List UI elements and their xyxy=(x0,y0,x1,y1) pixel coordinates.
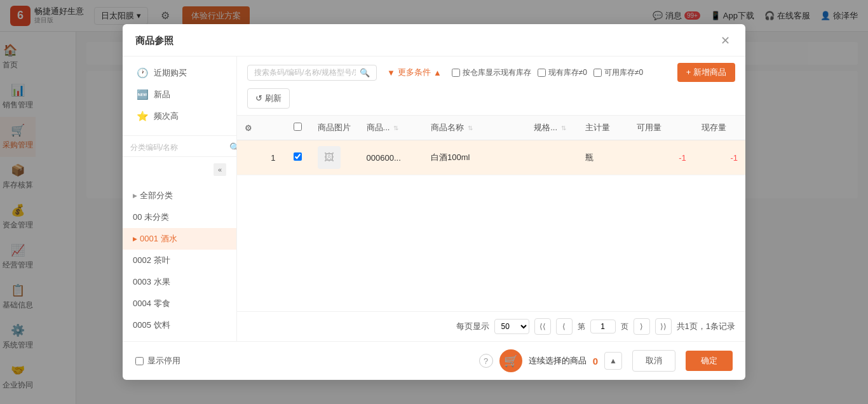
product-table-wrap: ⚙ 商品图片 商品... xyxy=(237,116,745,311)
settings-icon[interactable]: ⚙ xyxy=(245,123,252,133)
select-all-checkbox[interactable] xyxy=(294,123,302,131)
modal-footer: 显示停用 ? 🛒 连续选择的商品 0 ▲ 取消 确定 xyxy=(123,341,745,380)
col-img-header: 商品图片 xyxy=(310,116,359,140)
cat-label-drink: 0005 饮料 xyxy=(133,320,170,331)
col-unit-label: 主计量 xyxy=(585,123,610,132)
page-last-btn[interactable]: ⟩⟩ xyxy=(655,318,672,335)
checkbox-warehouse-label[interactable]: 按仓库显示现有库存 xyxy=(452,67,531,78)
cat-label-snack: 0004 零食 xyxy=(133,298,170,309)
collapse-up-btn[interactable]: ▲ xyxy=(604,352,622,370)
checkbox-avail-ne0-label[interactable]: 可用库存≠0 xyxy=(593,67,643,78)
cat-search-input[interactable] xyxy=(130,143,226,152)
modal-header: 商品参照 ✕ xyxy=(123,24,745,57)
col-avail-label: 可用量 xyxy=(637,123,661,132)
col-spec-label: 规格... xyxy=(534,123,557,132)
cat-quick-new[interactable]: 🆕 新品 xyxy=(130,84,229,105)
product-toolbar: 🔍 ▼ 更多条件 ▲ 按仓库显示现有库存 现有库存≠0 xyxy=(237,57,745,116)
product-image: 🖼 xyxy=(318,146,341,169)
checkbox-stock-ne0-text: 现有库存≠0 xyxy=(548,67,587,78)
cat-quick-new-label: 新品 xyxy=(154,89,170,100)
pagination-bar: 每页显示 50 10 20 100 ⟨⟨ ⟨ 第 页 ⟩ ⟩⟩ 共1页，1条记录 xyxy=(237,311,745,341)
cat-item-all[interactable]: ▶ 全部分类 xyxy=(123,185,236,206)
cat-item-snack[interactable]: 0004 零食 xyxy=(123,293,236,314)
refresh-btn[interactable]: ↺ 刷新 xyxy=(247,88,290,109)
checkbox-warehouse[interactable] xyxy=(452,69,460,77)
show-disabled-label[interactable]: 显示停用 xyxy=(135,355,180,367)
col-avail-header: 可用量 xyxy=(629,116,693,140)
row-code: 000600... xyxy=(367,153,401,163)
collapse-sidebar-btn[interactable]: « xyxy=(214,163,226,176)
page-prev-btn[interactable]: ⟨ xyxy=(556,318,573,335)
page-label: 第 xyxy=(578,321,585,332)
col-setting: ⚙ xyxy=(237,116,261,140)
page-size-select[interactable]: 50 10 20 100 xyxy=(494,319,529,334)
col-unit-header: 主计量 xyxy=(578,116,629,140)
col-num-header xyxy=(261,116,287,140)
show-disabled-checkbox[interactable] xyxy=(135,357,144,365)
confirm-btn[interactable]: 确定 xyxy=(686,351,733,371)
search-icon[interactable]: 🔍 xyxy=(360,68,370,77)
cat-item-water[interactable]: 0008 水 xyxy=(123,336,236,341)
page-unit: 页 xyxy=(621,321,628,332)
row-num: 1 xyxy=(271,153,275,163)
table-header-row: ⚙ 商品图片 商品... xyxy=(237,116,745,140)
page-first-btn[interactable]: ⟨⟨ xyxy=(534,318,551,335)
checkbox-avail-ne0[interactable] xyxy=(593,69,602,77)
cat-item-liquor[interactable]: ▶ 0001 酒水 xyxy=(123,228,236,250)
category-panel: 🕐 近期购买 🆕 新品 ⭐ 频次高 🔍 xyxy=(123,57,237,341)
row-spec-cell xyxy=(526,140,578,175)
row-setting-cell xyxy=(237,140,261,175)
row-img-cell: 🖼 xyxy=(310,140,359,175)
page-input[interactable] xyxy=(590,320,616,333)
recent-icon: 🕐 xyxy=(137,67,149,79)
cart-count: 0 xyxy=(593,356,598,367)
checkbox-avail-ne0-text: 可用库存≠0 xyxy=(604,67,643,78)
filter-label: 更多条件 xyxy=(398,67,431,78)
col-code-label: 商品... xyxy=(367,123,390,132)
checkbox-stock-ne0[interactable] xyxy=(538,69,546,77)
page-next-btn[interactable]: ⟩ xyxy=(634,318,650,335)
filter-more-btn[interactable]: ▼ 更多条件 ▲ xyxy=(383,64,445,81)
help-icon[interactable]: ? xyxy=(479,354,493,368)
col-stock-label: 现存量 xyxy=(702,123,726,132)
modal-body: 🕐 近期购买 🆕 新品 ⭐ 频次高 🔍 xyxy=(123,57,745,341)
cat-search-icon[interactable]: 🔍 xyxy=(229,142,237,152)
row-check-cell[interactable] xyxy=(286,140,310,175)
row-avail: -1 xyxy=(679,153,686,163)
row-checkbox[interactable] xyxy=(294,152,302,161)
cancel-btn[interactable]: 取消 xyxy=(632,350,675,372)
cat-label-all: 全部分类 xyxy=(140,190,173,201)
filter-icon: ▼ xyxy=(387,68,395,77)
cat-arrow-all: ▶ xyxy=(133,192,137,199)
cat-item-tea[interactable]: 0002 茶叶 xyxy=(123,250,236,271)
col-spec-header[interactable]: 规格... ⇅ xyxy=(526,116,578,140)
cat-quick-freq[interactable]: ⭐ 频次高 xyxy=(130,106,229,126)
cat-label-liquor: 0001 酒水 xyxy=(140,233,177,245)
page-total: 共1页，1条记录 xyxy=(677,321,735,332)
col-name-header[interactable]: 商品名称 ⇅ xyxy=(423,116,526,140)
checkbox-warehouse-text: 按仓库显示现有库存 xyxy=(463,67,531,78)
row-code-cell: 000600... xyxy=(359,140,423,175)
page-size-label: 每页显示 xyxy=(456,321,489,332)
col-check-header xyxy=(286,116,310,140)
table-row[interactable]: 1 🖼 000600... xyxy=(237,140,745,175)
cat-item-fruit[interactable]: 0003 水果 xyxy=(123,271,236,293)
col-img-label: 商品图片 xyxy=(318,123,351,132)
product-table: ⚙ 商品图片 商品... xyxy=(237,116,745,175)
col-code-header[interactable]: 商品... ⇅ xyxy=(359,116,423,140)
show-disabled-text: 显示停用 xyxy=(147,355,180,367)
product-search-input[interactable] xyxy=(254,68,356,77)
product-search-box: 🔍 xyxy=(247,65,377,81)
row-avail-cell: -1 xyxy=(629,140,693,175)
sort-spec-icon: ⇅ xyxy=(561,125,566,131)
modal-close-button[interactable]: ✕ xyxy=(717,33,733,48)
row-num-cell: 1 xyxy=(261,140,287,175)
cat-item-uncat[interactable]: 00 未分类 xyxy=(123,206,236,228)
add-product-btn[interactable]: + 新增商品 xyxy=(677,63,735,82)
modal-overlay: 商品参照 ✕ 🕐 近期购买 🆕 新品 ⭐ 频次高 xyxy=(0,0,868,404)
checkbox-stock-ne0-label[interactable]: 现有库存≠0 xyxy=(538,67,587,78)
cat-quick-recent[interactable]: 🕐 近期购买 xyxy=(130,63,229,83)
cat-item-drink[interactable]: 0005 饮料 xyxy=(123,314,236,336)
cart-icon[interactable]: 🛒 xyxy=(499,349,522,372)
row-stock-cell: -1 xyxy=(694,140,745,175)
